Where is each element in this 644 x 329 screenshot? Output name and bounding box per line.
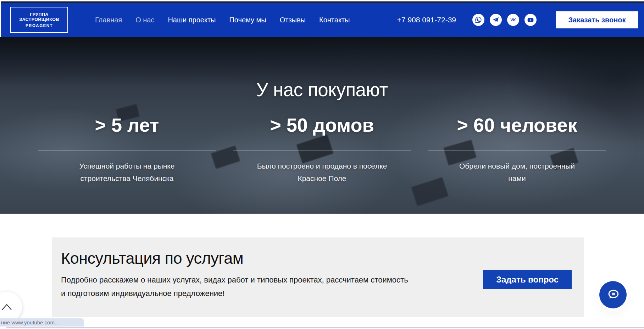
chat-widget-button[interactable] xyxy=(599,281,627,308)
scroll-to-top-button[interactable] xyxy=(0,292,22,322)
stat-description: Успешной работы на рынке строительства Ч… xyxy=(38,160,216,185)
page-bottom-divider xyxy=(6,327,644,328)
nav-item-nashi-proekty[interactable]: Наши проекты xyxy=(168,16,216,24)
order-call-button[interactable]: Заказать звонок xyxy=(556,11,638,28)
section-title: У нас покупают xyxy=(0,79,644,100)
ask-question-button[interactable]: Задать вопрос xyxy=(483,270,572,289)
svg-text:VK: VK xyxy=(510,18,516,22)
stat-desc-line: Красное Поле xyxy=(233,172,411,185)
nav-item-glavnaya[interactable]: Главная xyxy=(95,16,122,24)
nav-item-otzyvy[interactable]: Отзывы xyxy=(280,16,306,24)
nav-item-pochemu-my[interactable]: Почему мы xyxy=(229,16,266,24)
stat-description: Было построено и продано в посёлке Красн… xyxy=(233,160,411,185)
browser-status-bar: ние www.youtube.com... xyxy=(0,318,84,327)
stat-years: > 5 лет Успешной работы на рынке строите… xyxy=(38,115,216,185)
site-header: ГРУППА ЗАСТРОЙЩИКОВ PROAGENT Главная О н… xyxy=(1,3,644,37)
divider xyxy=(38,150,216,150)
stat-value: > 50 домов xyxy=(233,115,411,135)
consultation-text-line: и подготовим индивидуальное предложение! xyxy=(61,287,419,300)
nav-item-kontakty[interactable]: Контакты xyxy=(319,16,350,24)
logo-line2: PROAGENT xyxy=(26,23,53,28)
hero-section: У нас покупают > 5 лет Успешной работы н… xyxy=(0,37,644,214)
phone-number[interactable]: +7 908 091-72-39 xyxy=(397,16,456,24)
social-links: VK xyxy=(472,14,537,26)
chat-bubble-icon xyxy=(605,287,621,303)
stats-row: > 5 лет Успешной работы на рынке строите… xyxy=(38,115,606,185)
logo-line1: ГРУППА ЗАСТРОЙЩИКОВ xyxy=(11,12,67,22)
consultation-text: Подробно расскажем о наших услугах, вида… xyxy=(61,273,419,300)
consultation-title: Консультация по услугам xyxy=(61,249,243,268)
stat-desc-line: нами xyxy=(428,172,606,185)
consultation-panel: Консультация по услугам Подробно расскаж… xyxy=(52,237,584,317)
main-nav: Главная О нас Наши проекты Почему мы Отз… xyxy=(95,16,350,24)
stat-desc-line: Успешной работы на рынке xyxy=(38,160,216,172)
consultation-text-line: Подробно расскажем о наших услугах, вида… xyxy=(61,273,419,287)
stat-value: > 60 человек xyxy=(428,115,606,135)
nav-item-o-nas[interactable]: О нас xyxy=(135,16,154,24)
stat-houses: > 50 домов Было построено и продано в по… xyxy=(233,115,411,185)
stat-description: Обрели новый дом, построенный нами xyxy=(428,160,606,185)
telegram-icon[interactable] xyxy=(490,14,502,26)
youtube-icon[interactable] xyxy=(524,14,537,26)
stat-desc-line: строительства Челябинска xyxy=(38,172,216,185)
stat-people: > 60 человек Обрели новый дом, построенн… xyxy=(428,115,606,185)
stat-value: > 5 лет xyxy=(38,115,216,135)
whatsapp-icon[interactable] xyxy=(472,14,484,26)
chevron-up-icon xyxy=(1,303,13,311)
logo[interactable]: ГРУППА ЗАСТРОЙЩИКОВ PROAGENT xyxy=(10,7,68,33)
stat-desc-line: Было построено и продано в посёлке xyxy=(233,160,411,172)
divider xyxy=(428,150,606,150)
stat-desc-line: Обрели новый дом, построенный xyxy=(428,160,606,172)
vk-icon[interactable]: VK xyxy=(507,14,519,26)
divider xyxy=(233,150,411,150)
